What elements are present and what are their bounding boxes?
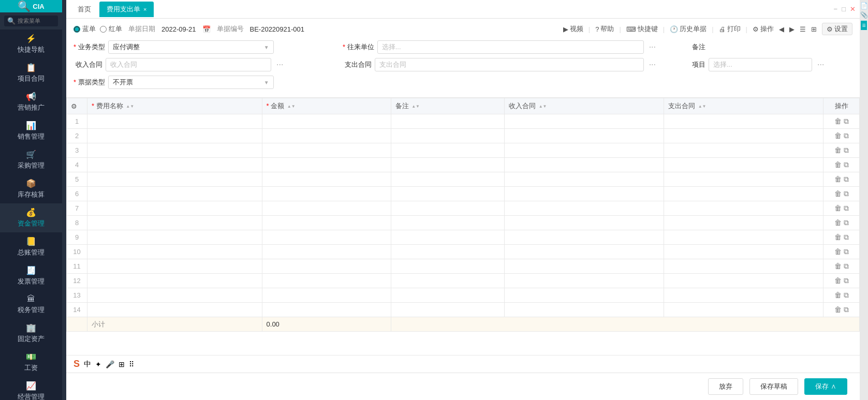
copy-row-1-icon[interactable]: ⧉ (844, 117, 849, 125)
sort-income-contract-icon[interactable]: ▲▼ (539, 104, 547, 109)
save-draft-button[interactable]: 保存草稿 (749, 378, 798, 395)
copy-row-14-icon[interactable]: ⧉ (844, 305, 849, 314)
amount-6[interactable] (262, 187, 391, 201)
copy-row-3-icon[interactable]: ⧉ (844, 146, 849, 154)
expense-contract-1[interactable] (664, 114, 823, 129)
expense-contract-13[interactable] (664, 288, 823, 303)
note-2[interactable] (391, 129, 504, 143)
copy-row-4-icon[interactable]: ⧉ (844, 160, 849, 169)
nav-left-btn[interactable]: ◀ (779, 25, 784, 33)
copy-row-13-icon[interactable]: ⧉ (844, 291, 849, 299)
sort-expense-name-icon[interactable]: ▲▼ (126, 104, 134, 109)
expense-contract-6[interactable] (664, 187, 823, 201)
window-close-icon[interactable]: ✕ (850, 5, 856, 13)
delete-row-9-icon[interactable]: 🗑 (834, 233, 842, 241)
sidebar-search-box[interactable]: 🔍 搜索菜单 (4, 16, 58, 26)
expense-contract-input[interactable]: 支出合同 (375, 58, 644, 71)
th-income-contract[interactable]: 收入合同 ▲▼ (505, 98, 664, 114)
project-input[interactable]: 选择... (709, 58, 812, 71)
sidebar-item-营销推广[interactable]: 📢 营销推广 (0, 87, 62, 116)
expense-name-14[interactable] (87, 303, 262, 317)
tag-icon-3[interactable]: 🎤 (106, 360, 114, 368)
invoice-type-select[interactable]: 不开票 ▼ (108, 76, 274, 89)
amount-14[interactable] (262, 303, 391, 317)
amount-9[interactable] (262, 230, 391, 245)
amount-5[interactable] (262, 172, 391, 187)
expense-name-11[interactable] (87, 259, 262, 274)
tag-icon-1[interactable]: 中 (84, 360, 91, 369)
sidebar-item-经营管理[interactable]: 📈 经营管理 (0, 377, 62, 400)
copy-row-7-icon[interactable]: ⧉ (844, 204, 849, 212)
video-btn[interactable]: ▶ 视频 (563, 24, 583, 34)
income-contract-more-btn[interactable]: ··· (276, 60, 283, 69)
delete-row-8-icon[interactable]: 🗑 (834, 218, 842, 227)
income-contract-13[interactable] (505, 288, 664, 303)
tag-icon-5[interactable]: ⠿ (129, 360, 134, 368)
amount-4[interactable] (262, 158, 391, 172)
note-9[interactable] (391, 230, 504, 245)
income-contract-8[interactable] (505, 216, 664, 230)
settings-btn[interactable]: ⚙ 设置 (822, 23, 852, 35)
income-contract-2[interactable] (505, 129, 664, 143)
radio-blue-input[interactable] (73, 26, 80, 33)
income-contract-1[interactable] (505, 114, 664, 129)
expense-name-9[interactable] (87, 230, 262, 245)
th-note[interactable]: 备注 ▲▼ (391, 98, 504, 114)
note-14[interactable] (391, 303, 504, 317)
expense-contract-7[interactable] (664, 201, 823, 216)
grid-view-btn[interactable]: ⊞ (811, 25, 817, 33)
th-expense-name[interactable]: * 费用名称 ▲▼ (87, 98, 262, 114)
expense-name-1[interactable] (87, 114, 262, 129)
sidebar-item-采购管理[interactable]: 🛒 采购管理 (0, 145, 62, 174)
expense-contract-9[interactable] (664, 230, 823, 245)
discard-button[interactable]: 放弃 (708, 378, 743, 395)
ops-btn[interactable]: ⚙ 操作 (753, 24, 774, 34)
expense-contract-2[interactable] (664, 129, 823, 143)
delete-row-2-icon[interactable]: 🗑 (834, 131, 842, 140)
expense-contract-10[interactable] (664, 245, 823, 259)
expense-name-6[interactable] (87, 187, 262, 201)
sidebar-item-快捷导航[interactable]: ⚡ 快捷导航 (0, 29, 62, 58)
tab-home[interactable]: 首页 (70, 2, 98, 17)
radio-red-label[interactable]: 红单 (100, 24, 122, 34)
right-panel-icon-1[interactable]: 📄 (860, 2, 868, 9)
list-view-btn[interactable]: ☰ (800, 25, 806, 33)
note-3[interactable] (391, 143, 504, 158)
print-btn[interactable]: 🖨 打印 (719, 24, 741, 34)
income-contract-5[interactable] (505, 172, 664, 187)
delete-row-1-icon[interactable]: 🗑 (834, 117, 842, 125)
sidebar-item-税务管理[interactable]: 🏛 税务管理 (0, 290, 62, 319)
copy-row-9-icon[interactable]: ⧉ (844, 233, 849, 241)
sort-expense-contract-icon[interactable]: ▲▼ (698, 104, 707, 109)
th-amount[interactable]: * 金额 ▲▼ (262, 98, 391, 114)
expense-contract-more-btn[interactable]: ··· (649, 60, 656, 69)
expense-contract-3[interactable] (664, 143, 823, 158)
amount-1[interactable] (262, 114, 391, 129)
income-contract-3[interactable] (505, 143, 664, 158)
tag-icon-2[interactable]: ✦ (95, 360, 101, 368)
right-panel-icon-2[interactable]: 📎 (860, 11, 868, 19)
income-contract-14[interactable] (505, 303, 664, 317)
income-contract-4[interactable] (505, 158, 664, 172)
copy-row-2-icon[interactable]: ⧉ (844, 131, 849, 140)
copy-row-12-icon[interactable]: ⧉ (844, 276, 849, 285)
sidebar-item-发票管理[interactable]: 🧾 发票管理 (0, 261, 62, 290)
column-settings-icon[interactable]: ⚙ (71, 102, 77, 110)
delete-row-3-icon[interactable]: 🗑 (834, 146, 842, 154)
sidebar-item-总账管理[interactable]: 📒 总账管理 (0, 232, 62, 261)
income-contract-10[interactable] (505, 245, 664, 259)
income-contract-12[interactable] (505, 274, 664, 288)
expense-name-4[interactable] (87, 158, 262, 172)
income-contract-6[interactable] (505, 187, 664, 201)
window-minimize-icon[interactable]: − (834, 5, 838, 13)
radio-blue-label[interactable]: 蓝单 (73, 24, 96, 34)
expense-name-12[interactable] (87, 274, 262, 288)
expense-contract-4[interactable] (664, 158, 823, 172)
delete-row-4-icon[interactable]: 🗑 (834, 160, 842, 169)
amount-11[interactable] (262, 259, 391, 274)
expense-name-5[interactable] (87, 172, 262, 187)
expense-name-8[interactable] (87, 216, 262, 230)
sidebar-item-销售管理[interactable]: 📊 销售管理 (0, 116, 62, 145)
sidebar-item-工资[interactable]: 💵 工资 (0, 348, 62, 377)
expense-contract-11[interactable] (664, 259, 823, 274)
